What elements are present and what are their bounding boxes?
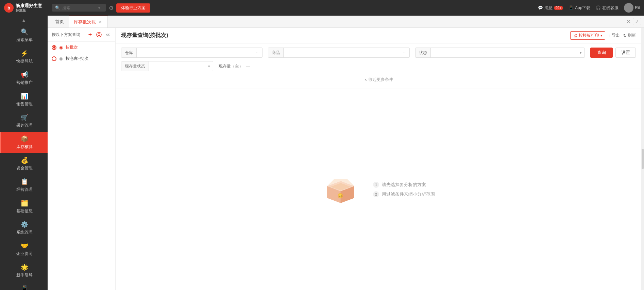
filter-panel-title: 按以下方案查询 xyxy=(52,32,80,38)
settings-icon[interactable]: ⚙ xyxy=(109,5,114,11)
refresh-icon: ↻ xyxy=(623,33,627,38)
inventory-qty-dash: — xyxy=(246,64,250,69)
sidebar-item-business[interactable]: 📋 经营管理 xyxy=(0,175,48,196)
page-title: 现存量查询(按批次) xyxy=(121,32,168,39)
warehouse-more-btn[interactable]: ··· xyxy=(253,50,262,55)
filter-panel: 按以下方案查询 + ≪ ◉ xyxy=(48,28,116,290)
purchase-icon: 🛒 xyxy=(21,114,28,121)
sidebar-item-label: 新手引导 xyxy=(16,272,33,278)
filter-row-1: 仓库 ··· 商品 ··· 状态 xyxy=(121,48,636,58)
app-download-btn[interactable]: 📱 App下载 xyxy=(569,5,590,11)
query-button[interactable]: 查询 xyxy=(590,48,613,58)
sidebar-item-label: 资金管理 xyxy=(16,165,33,171)
sidebar-item-label: 搜索菜单 xyxy=(16,37,33,43)
sidebar-item-inventory[interactable]: 📦 库存核算 xyxy=(0,132,48,153)
right-scrollbar-handle xyxy=(642,149,644,169)
sidebar-item-sales[interactable]: 📊 销售管理 xyxy=(0,89,48,110)
radio-by-warehouse-batch xyxy=(52,56,56,61)
radio-by-batch xyxy=(52,45,56,50)
search-bar[interactable]: 🔍 ▾ xyxy=(52,4,106,12)
online-service-btn[interactable]: 🎧 在线客服 xyxy=(596,5,618,11)
print-dropdown-icon[interactable]: ▾ xyxy=(600,34,602,37)
goods-field[interactable]: 商品 ··· xyxy=(268,48,409,58)
tab-bar: 首页 库存批次账 ✕ ✕ ⤢ xyxy=(48,16,644,28)
apps-icon: 📱 xyxy=(21,285,28,290)
sidebar-item-finance[interactable]: 💰 资金管理 xyxy=(0,153,48,175)
search-input[interactable] xyxy=(62,5,96,10)
filter-item-by-warehouse-batch[interactable]: ◉ 按仓库+批次 xyxy=(48,53,115,64)
export-btn[interactable]: ↑ 导出 xyxy=(609,33,620,38)
sidebar-item-basic[interactable]: 🗂️ 基础信息 xyxy=(0,196,48,217)
experience-btn[interactable]: 体验行业方案 xyxy=(116,3,150,13)
warehouse-field[interactable]: 仓库 ··· xyxy=(121,48,262,58)
filter-item-by-batch-label: 按批次 xyxy=(66,44,78,50)
sidebar-scroll-up[interactable]: ▲ xyxy=(0,16,48,25)
print-btn[interactable]: 🖨 按模板打印 ▾ xyxy=(570,31,605,40)
hint-text-1: 请先选择要分析的方案 xyxy=(382,182,426,188)
expand-btn[interactable]: ⤢ xyxy=(633,18,641,25)
headset-icon: 🎧 xyxy=(596,5,601,10)
inventory-status-dropdown-icon[interactable]: ▾ xyxy=(205,64,213,69)
sidebar-item-apps[interactable]: 📱 应用中心 xyxy=(0,282,48,290)
refresh-btn-label: 刷新 xyxy=(628,33,636,38)
message-icon: 💬 xyxy=(538,5,543,10)
warehouse-input[interactable] xyxy=(137,48,253,57)
sidebar-item-search[interactable]: 🔍 搜索菜单 xyxy=(0,25,48,46)
messages-btn[interactable]: 💬 消息 99+ xyxy=(538,5,563,11)
basic-icon: 🗂️ xyxy=(21,199,28,207)
filter-form: 仓库 ··· 商品 ··· 状态 xyxy=(116,43,641,89)
inventory-status-label: 现存量状态 xyxy=(121,61,149,71)
tab-home-label: 首页 xyxy=(55,19,64,25)
status-label: 状态 xyxy=(416,48,431,57)
logo-icon: b xyxy=(4,3,14,13)
inventory-qty-label: 现存量（主） xyxy=(219,64,243,69)
sidebar-item-newbie[interactable]: 🌟 新手引导 xyxy=(0,260,48,282)
empty-box-svg: 😊 xyxy=(322,171,359,208)
system-icon: ⚙️ xyxy=(21,221,28,228)
tab-close-icon[interactable]: ✕ xyxy=(98,20,103,24)
goods-input[interactable] xyxy=(284,48,400,57)
right-scrollbar[interactable] xyxy=(641,28,644,290)
sidebar-item-marketing[interactable]: 📢 营销推广 xyxy=(0,68,48,89)
status-dropdown-icon[interactable]: ▾ xyxy=(577,51,584,55)
hint-num-2: 2 xyxy=(373,191,379,197)
hint-item-2: 2 用过滤条件来缩小分析范围 xyxy=(373,191,435,197)
filter-item-by-batch[interactable]: ◉ 按批次 xyxy=(48,42,115,53)
empty-illustration: 😊 xyxy=(322,171,359,208)
user-info[interactable]: Rit xyxy=(624,3,640,13)
search-icon: 🔍 xyxy=(55,5,60,10)
search-icon: 🔍 xyxy=(21,28,28,36)
inventory-status-field[interactable]: 现存量状态 ▾ xyxy=(121,61,213,71)
collapse-bar[interactable]: ∧ 收起更多条件 xyxy=(121,75,636,85)
add-scheme-btn[interactable]: + xyxy=(87,31,94,38)
tab-home[interactable]: 首页 xyxy=(50,16,69,28)
collapse-panel-btn[interactable]: ≪ xyxy=(104,31,111,38)
printer-icon: 🖨 xyxy=(573,33,577,38)
username: Rit xyxy=(635,5,640,10)
print-btn-label: 按模板打印 xyxy=(579,33,599,38)
top-bar-right: 💬 消息 99+ 📱 App下载 🎧 在线客服 Rit xyxy=(538,3,640,13)
sidebar-item-system[interactable]: ⚙️ 系统管理 xyxy=(0,217,48,239)
warehouse-label: 仓库 xyxy=(121,48,137,57)
settings-scheme-btn[interactable] xyxy=(96,31,102,38)
filter-row-2: 现存量状态 ▾ 现存量（主） — xyxy=(121,61,636,71)
goods-more-btn[interactable]: ··· xyxy=(401,50,409,55)
sidebar-item-quicknav[interactable]: ⚡ 快捷导航 xyxy=(0,46,48,68)
tab-inventory-batch[interactable]: 库存批次账 ✕ xyxy=(69,16,108,28)
company-name: 畅康通好生意 xyxy=(16,3,42,8)
settings-button[interactable]: 设置 xyxy=(615,48,636,58)
status-input[interactable] xyxy=(431,48,577,57)
empty-hints: 1 请先选择要分析的方案 2 用过滤条件来缩小分析范围 xyxy=(373,182,435,197)
filter-actions: 查询 设置 xyxy=(590,48,636,58)
refresh-btn[interactable]: ↻ 刷新 xyxy=(623,33,636,38)
collapse-icon: ∧ xyxy=(364,77,367,82)
status-field[interactable]: 状态 ▾ xyxy=(415,48,585,58)
sidebar-item-enterprise[interactable]: 🤝 企业协同 xyxy=(0,239,48,260)
page-header-actions: 🖨 按模板打印 ▾ ↑ 导出 ↻ 刷新 xyxy=(570,31,636,40)
close-page-btn[interactable]: ✕ xyxy=(626,18,631,25)
sidebar-item-purchase[interactable]: 🛒 采购管理 xyxy=(0,110,48,132)
chevron-down-icon: ▾ xyxy=(98,6,100,10)
inventory-status-input[interactable] xyxy=(149,61,205,71)
inventory-qty-range: 现存量（主） — xyxy=(219,64,250,69)
svg-point-0 xyxy=(97,32,101,37)
